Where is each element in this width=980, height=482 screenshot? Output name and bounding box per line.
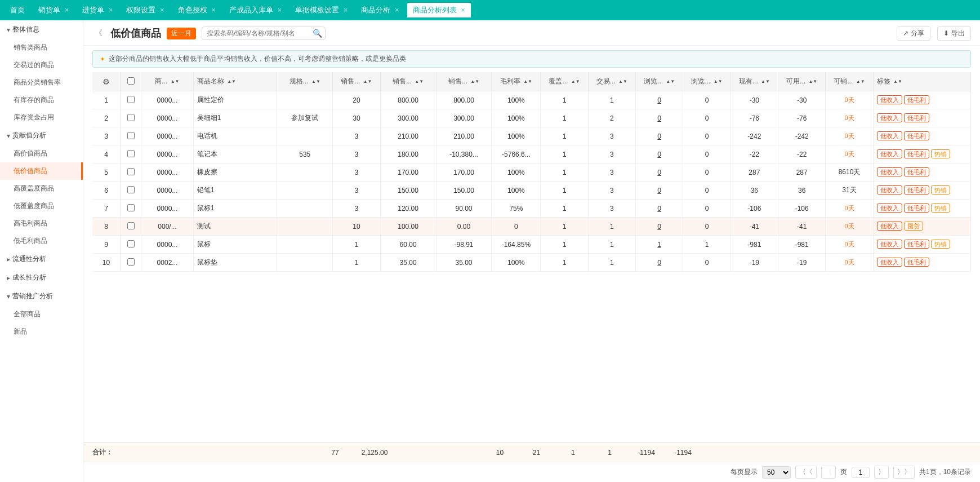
browse-count-a[interactable]: 0: [635, 254, 683, 272]
browse-value[interactable]: 0: [657, 187, 661, 194]
sidebar-item-all-goods[interactable]: 全部商品: [0, 306, 83, 323]
nav-tab-analysis[interactable]: 商品分析 ×: [355, 3, 404, 17]
col-header-spec[interactable]: 规格... ▲▼: [277, 72, 333, 91]
row-checkbox[interactable]: [120, 91, 141, 109]
browse-value[interactable]: 0: [657, 169, 661, 176]
browse-count-a[interactable]: 0: [635, 163, 683, 182]
row-select-checkbox[interactable]: [127, 186, 135, 193]
sidebar-item-new-goods[interactable]: 新品: [0, 323, 83, 341]
col-header-sales-a[interactable]: 销售... ▲▼: [380, 72, 436, 91]
page-number-input[interactable]: [852, 467, 870, 478]
browse-value[interactable]: 1: [657, 241, 661, 249]
browse-count-a[interactable]: 0: [635, 182, 683, 200]
browse-count-a[interactable]: 0: [635, 200, 683, 218]
collapse-sidebar-button[interactable]: 《: [92, 26, 105, 41]
close-icon[interactable]: ×: [395, 6, 399, 14]
sidebar-item-low-margin[interactable]: 低毛利商品: [0, 232, 83, 250]
browse-value[interactable]: 0: [657, 205, 661, 213]
first-page-button[interactable]: 〈〈: [795, 466, 817, 479]
search-input[interactable]: [202, 26, 326, 40]
row-select-checkbox[interactable]: [127, 240, 135, 247]
sidebar-item-high-value[interactable]: 高价值商品: [0, 145, 83, 162]
row-checkbox[interactable]: [120, 182, 141, 200]
browse-value[interactable]: 0: [657, 223, 661, 231]
sidebar-item-high-margin[interactable]: 高毛利商品: [0, 215, 83, 232]
browse-value[interactable]: 0: [657, 114, 661, 122]
row-checkbox[interactable]: [120, 109, 141, 127]
sidebar-item-low-coverage[interactable]: 低覆盖度商品: [0, 197, 83, 215]
row-checkbox[interactable]: [120, 200, 141, 218]
browse-count-a[interactable]: 0: [635, 145, 683, 163]
row-select-checkbox[interactable]: [127, 204, 135, 211]
last-page-button[interactable]: 〉〉: [893, 466, 915, 479]
col-header-name[interactable]: 商品名称 ▲▼: [193, 72, 277, 91]
settings-icon[interactable]: ⚙: [103, 77, 110, 86]
browse-count-a[interactable]: 0: [635, 127, 683, 145]
row-checkbox[interactable]: [120, 218, 141, 236]
row-checkbox[interactable]: [120, 127, 141, 145]
col-header-margin[interactable]: 毛利率 ▲▼: [492, 72, 541, 91]
next-page-button[interactable]: 〉: [874, 466, 889, 479]
browse-value[interactable]: 0: [657, 132, 661, 140]
sidebar-group-liquidity[interactable]: ▸ 流通性分析: [0, 250, 83, 268]
nav-tab-sales[interactable]: 销货单 ×: [33, 3, 74, 17]
select-all-checkbox[interactable]: [127, 77, 135, 85]
nav-tab-home[interactable]: 首页: [5, 3, 30, 17]
prev-page-button[interactable]: 〈: [821, 466, 836, 479]
sidebar-item-low-value[interactable]: 低价值商品: [0, 162, 83, 180]
sidebar-item-sales-goods[interactable]: 销售类商品: [0, 39, 83, 56]
sidebar-item-high-coverage[interactable]: 高覆盖度商品: [0, 180, 83, 197]
sidebar-group-overall[interactable]: ▾ 整体信息: [0, 20, 83, 39]
sidebar-item-traded-goods[interactable]: 交易过的商品: [0, 56, 83, 74]
col-header-saleable[interactable]: 可销... ▲▼: [826, 72, 873, 91]
export-button[interactable]: ⬇ 导出: [937, 26, 971, 41]
row-checkbox[interactable]: [120, 236, 141, 254]
nav-tab-permissions[interactable]: 权限设置 ×: [121, 3, 170, 17]
time-filter-button[interactable]: 近一月: [167, 28, 196, 39]
sidebar-item-stock-funds[interactable]: 库存资金占用: [0, 109, 83, 126]
col-header-tags[interactable]: 标签 ▲▼: [873, 72, 970, 91]
close-icon[interactable]: ×: [109, 6, 113, 14]
browse-count-a[interactable]: 0: [635, 109, 683, 127]
browse-count-a[interactable]: 0: [635, 91, 683, 109]
row-checkbox[interactable]: [120, 163, 141, 182]
browse-value[interactable]: 0: [657, 259, 661, 267]
row-select-checkbox[interactable]: [127, 150, 135, 157]
browse-value[interactable]: 0: [657, 151, 661, 158]
nav-tab-products[interactable]: 产成品入库单 ×: [224, 3, 287, 17]
col-header-available[interactable]: 可用... ▲▼: [778, 72, 826, 91]
close-icon[interactable]: ×: [278, 6, 282, 14]
row-checkbox[interactable]: [120, 145, 141, 163]
sidebar-group-growth[interactable]: ▸ 成长性分析: [0, 268, 83, 287]
close-icon[interactable]: ×: [344, 6, 348, 14]
sidebar-group-contribution[interactable]: ▾ 贡献值分析: [0, 126, 83, 145]
nav-tab-analysis-list[interactable]: 商品分析列表 ×: [407, 3, 471, 17]
browse-count-a[interactable]: 0: [635, 218, 683, 236]
row-select-checkbox[interactable]: [127, 168, 135, 175]
close-icon[interactable]: ×: [65, 6, 69, 14]
col-header-cover[interactable]: 覆盖... ▲▼: [541, 72, 588, 91]
browse-value[interactable]: 0: [657, 96, 661, 104]
close-icon[interactable]: ×: [461, 6, 465, 14]
row-select-checkbox[interactable]: [127, 114, 135, 121]
col-header-code[interactable]: 商... ▲▼: [141, 72, 194, 91]
col-header-sales-qty[interactable]: 销售... ▲▼: [333, 72, 380, 91]
search-button[interactable]: 🔍: [313, 29, 322, 38]
per-page-select[interactable]: 50 100 200: [762, 466, 791, 479]
sidebar-item-category-rate[interactable]: 商品分类销售率: [0, 74, 83, 91]
row-select-checkbox[interactable]: [127, 258, 135, 266]
nav-tab-purchase[interactable]: 进货单 ×: [77, 3, 118, 17]
browse-count-a[interactable]: 1: [635, 236, 683, 254]
col-header-trade[interactable]: 交易... ▲▼: [588, 72, 635, 91]
nav-tab-templates[interactable]: 单据模板设置 ×: [289, 3, 353, 17]
nav-tab-roles[interactable]: 角色授权 ×: [172, 3, 221, 17]
col-header-sales-b[interactable]: 销售... ▲▼: [436, 72, 492, 91]
row-select-checkbox[interactable]: [127, 96, 135, 103]
row-select-checkbox[interactable]: [127, 222, 135, 229]
row-select-checkbox[interactable]: [127, 132, 135, 139]
share-button[interactable]: ↗ 分享: [897, 26, 930, 41]
close-icon[interactable]: ×: [211, 6, 216, 14]
col-header-browse-b[interactable]: 浏览... ▲▼: [683, 72, 730, 91]
col-header-browse-a[interactable]: 浏览... ▲▼: [635, 72, 683, 91]
sidebar-item-stock-goods[interactable]: 有库存的商品: [0, 91, 83, 109]
